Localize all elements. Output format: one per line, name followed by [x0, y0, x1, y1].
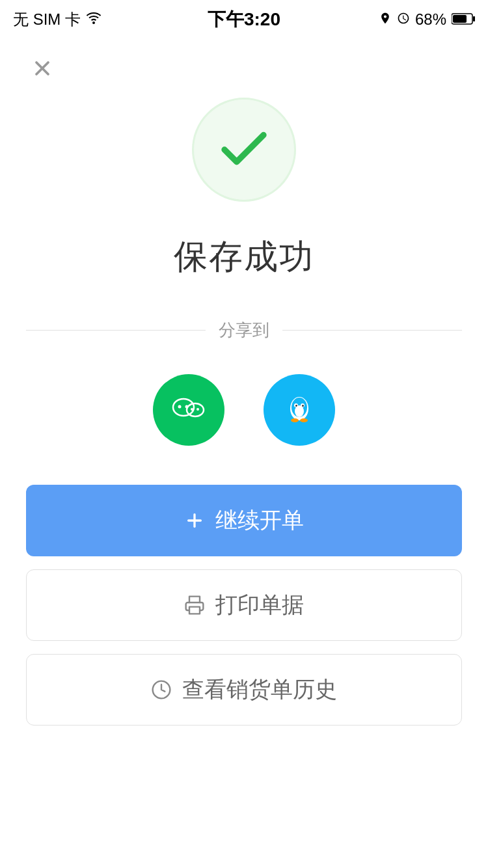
- status-time: 下午3:20: [208, 7, 280, 32]
- divider-line-left: [26, 330, 206, 331]
- svg-point-10: [191, 408, 193, 411]
- alarm-icon: [397, 10, 410, 29]
- history-button[interactable]: 查看销货单历史: [26, 654, 462, 726]
- svg-rect-3: [453, 15, 467, 23]
- share-divider: 分享到: [26, 319, 462, 342]
- main-content: 保存成功 分享到: [0, 39, 488, 752]
- print-icon: [184, 595, 205, 616]
- plus-icon: [184, 510, 205, 531]
- battery-icon: [452, 10, 475, 29]
- success-title: 保存成功: [174, 234, 314, 280]
- qq-share-button[interactable]: [264, 374, 335, 446]
- status-right: 68%: [379, 10, 475, 29]
- svg-point-20: [300, 418, 308, 422]
- history-icon: [151, 679, 172, 700]
- history-label: 查看销货单历史: [182, 675, 337, 705]
- status-bar: 无 SIM 卡 下午3:20 68%: [0, 0, 488, 39]
- svg-rect-24: [189, 607, 200, 614]
- status-left: 无 SIM 卡: [13, 9, 102, 30]
- battery-text: 68%: [415, 10, 446, 29]
- svg-point-19: [291, 418, 299, 422]
- svg-point-7: [187, 403, 204, 416]
- svg-point-6: [173, 399, 194, 416]
- svg-point-11: [197, 408, 199, 411]
- svg-point-0: [93, 22, 94, 23]
- location-icon: [379, 10, 392, 29]
- action-buttons: 继续开单 打印单据 查看销货单历史: [26, 485, 462, 726]
- svg-point-17: [302, 405, 304, 407]
- svg-rect-2: [473, 16, 475, 21]
- svg-point-21: [295, 405, 304, 417]
- svg-point-9: [185, 405, 188, 408]
- continue-label: 继续开单: [215, 506, 304, 536]
- divider-line-right: [282, 330, 462, 331]
- share-label: 分享到: [219, 319, 269, 342]
- svg-point-8: [178, 405, 181, 408]
- print-button[interactable]: 打印单据: [26, 569, 462, 641]
- success-icon-circle: [192, 98, 296, 202]
- print-label: 打印单据: [215, 590, 304, 620]
- wifi-icon: [86, 10, 102, 29]
- carrier-text: 无 SIM 卡: [13, 9, 81, 30]
- continue-button[interactable]: 继续开单: [26, 485, 462, 556]
- wechat-share-button[interactable]: [153, 374, 224, 446]
- share-icons: [153, 374, 335, 446]
- close-button[interactable]: [26, 52, 59, 85]
